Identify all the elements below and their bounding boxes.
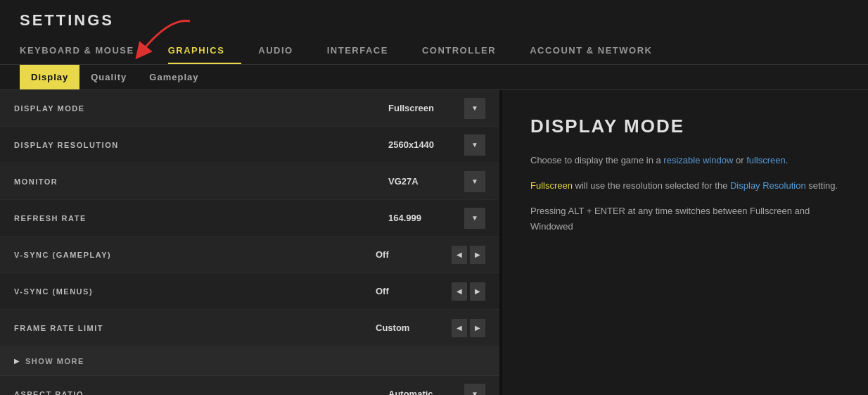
sub-tabs: Display Quality Gameplay (0, 65, 868, 90)
setting-row-frame-rate-limit: FRAME RATE LIMIT Custom ◀ ▶ (0, 310, 499, 346)
show-more-row[interactable]: ▶ SHOW MORE (0, 346, 499, 376)
control-monitor: VG27A ▼ (388, 171, 485, 192)
main-content: DISPLAY MODE Fullscreen ▼ DISPLAY RESOLU… (0, 90, 868, 395)
info-panel: DISPLAY MODE Choose to display the game … (502, 90, 868, 395)
prev-frame-rate-limit[interactable]: ◀ (452, 319, 467, 337)
prev-vsync-gameplay[interactable]: ◀ (452, 246, 467, 264)
sub-tab-quality[interactable]: Quality (79, 65, 138, 89)
page-title: SETTINGS (20, 11, 848, 30)
value-monitor: VG27A (388, 176, 459, 187)
value-vsync-menus: Off (376, 286, 446, 296)
settings-page: SETTINGS KEYBOARD & MOUSE GRAPHICS AUDIO… (0, 0, 868, 395)
setting-row-monitor: MONITOR VG27A ▼ (0, 163, 499, 200)
info-panel-title: DISPLAY MODE (530, 115, 840, 137)
setting-row-vsync-gameplay: V-SYNC (GAMEPLAY) Off ◀ ▶ (0, 237, 499, 273)
next-frame-rate-limit[interactable]: ▶ (470, 319, 485, 337)
label-refresh-rate: REFRESH RATE (14, 214, 87, 222)
arrows-frame-rate-limit: ◀ ▶ (452, 319, 485, 337)
nav-tab-audio[interactable]: AUDIO (258, 39, 309, 64)
highlight-display-resolution-link: Display Resolution (730, 180, 806, 191)
highlight-resizable-window: resizable window (663, 155, 733, 165)
value-display-mode: Fullscreen (388, 103, 459, 113)
next-vsync-gameplay[interactable]: ▶ (470, 246, 485, 264)
label-display-mode: DISPLAY MODE (14, 104, 85, 113)
setting-row-refresh-rate: REFRESH RATE 164.999 ▼ (0, 200, 499, 237)
label-display-resolution: DISPLAY RESOLUTION (14, 141, 119, 149)
setting-row-aspect-ratio: ASPECT RATIO Automatic ▼ (0, 376, 499, 395)
settings-header: SETTINGS KEYBOARD & MOUSE GRAPHICS AUDIO… (0, 0, 868, 65)
label-aspect-ratio: ASPECT RATIO (14, 390, 84, 396)
arrows-vsync-menus: ◀ ▶ (452, 282, 485, 301)
value-display-resolution: 2560x1440 (388, 139, 459, 150)
nav-tab-interface[interactable]: INTERFACE (327, 39, 405, 64)
next-vsync-menus[interactable]: ▶ (470, 282, 485, 301)
info-text-2: Fullscreen will use the resolution selec… (530, 178, 840, 194)
control-display-mode: Fullscreen ▼ (388, 98, 485, 119)
dropdown-display-resolution[interactable]: ▼ (464, 134, 485, 156)
dropdown-monitor[interactable]: ▼ (464, 171, 485, 192)
setting-row-display-resolution: DISPLAY RESOLUTION 2560x1440 ▼ (0, 127, 499, 163)
value-vsync-gameplay: Off (376, 249, 446, 260)
dropdown-aspect-ratio[interactable]: ▼ (464, 384, 485, 396)
label-vsync-menus: V-SYNC (MENUS) (14, 287, 93, 296)
control-display-resolution: 2560x1440 ▼ (388, 134, 485, 156)
control-aspect-ratio: Automatic ▼ (388, 384, 485, 396)
value-aspect-ratio: Automatic (388, 389, 459, 395)
nav-tab-keyboard[interactable]: KEYBOARD & MOUSE (20, 39, 151, 64)
value-refresh-rate: 164.999 (388, 213, 459, 223)
prev-vsync-menus[interactable]: ◀ (452, 282, 467, 301)
info-text-3: Pressing ALT + ENTER at any time switche… (530, 203, 840, 234)
nav-tab-graphics[interactable]: GRAPHICS (168, 39, 242, 64)
show-more-label: SHOW MORE (25, 357, 84, 365)
nav-tab-account[interactable]: ACCOUNT & NETWORK (530, 39, 669, 64)
sub-tab-display[interactable]: Display (20, 65, 79, 89)
control-refresh-rate: 164.999 ▼ (388, 208, 485, 229)
label-monitor: MONITOR (14, 177, 58, 186)
nav-tab-controller[interactable]: CONTROLLER (422, 39, 513, 64)
sub-tab-gameplay[interactable]: Gameplay (138, 65, 210, 89)
highlight-fullscreen-link: fullscreen (746, 155, 786, 165)
label-vsync-gameplay: V-SYNC (GAMEPLAY) (14, 251, 111, 259)
dropdown-refresh-rate[interactable]: ▼ (464, 208, 485, 229)
settings-list: DISPLAY MODE Fullscreen ▼ DISPLAY RESOLU… (0, 90, 499, 395)
main-nav: KEYBOARD & MOUSE GRAPHICS AUDIO INTERFAC… (20, 39, 848, 64)
highlight-fullscreen-label: Fullscreen (530, 180, 573, 191)
value-frame-rate-limit: Custom (376, 322, 446, 333)
dropdown-display-mode[interactable]: ▼ (464, 98, 485, 119)
setting-row-display-mode: DISPLAY MODE Fullscreen ▼ (0, 90, 499, 127)
control-vsync-gameplay: Off ◀ ▶ (376, 246, 485, 264)
arrows-vsync-gameplay: ◀ ▶ (452, 246, 485, 264)
control-vsync-menus: Off ◀ ▶ (376, 282, 485, 301)
info-text-1: Choose to display the game in a resizabl… (530, 153, 840, 168)
setting-row-vsync-menus: V-SYNC (MENUS) Off ◀ ▶ (0, 273, 499, 310)
control-frame-rate-limit: Custom ◀ ▶ (376, 319, 485, 337)
label-frame-rate-limit: FRAME RATE LIMIT (14, 324, 103, 332)
show-more-chevron-icon: ▶ (14, 357, 20, 365)
